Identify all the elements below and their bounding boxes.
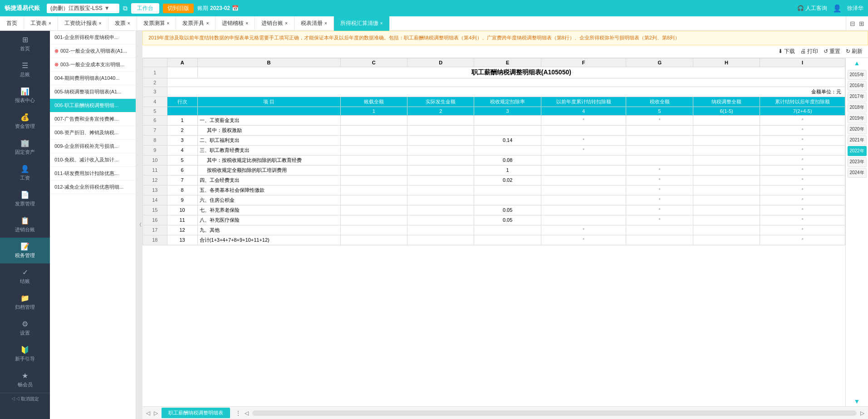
left-panel-item-008[interactable]: 008-资产折旧、摊销及纳税... bbox=[50, 126, 136, 140]
tab-invoice[interactable]: 发票 × bbox=[108, 16, 137, 31]
year-btn-2015[interactable]: 2015年 bbox=[848, 70, 867, 80]
left-panel-item-012[interactable]: 012-减免企业所得税优惠明细... bbox=[50, 180, 136, 194]
left-panel-item-003[interactable]: ⊗ 003-一般企业成本支出明细... bbox=[50, 58, 136, 72]
close-tab-purchase-ledger-icon[interactable]: × bbox=[285, 21, 288, 26]
tab-payroll-stats[interactable]: 工资统计报表 × bbox=[58, 16, 108, 31]
sidebar-item-settings[interactable]: ⚙设置 bbox=[0, 315, 50, 341]
error-icon-002: ⊗ bbox=[54, 48, 59, 54]
left-panel-item-005[interactable]: 005-纳税调整项目明细表(A1... bbox=[50, 85, 136, 99]
company-selector[interactable]: (勿删）江西股宝-LSS ▼ bbox=[47, 4, 119, 13]
cut-old-button[interactable]: 切到旧版 bbox=[163, 4, 194, 13]
left-panel-item-002[interactable]: ⊗ 002-一般企业收入明细表(A1... bbox=[50, 44, 136, 58]
payroll-icon: 👤 bbox=[20, 165, 29, 173]
restore-icon[interactable]: ⊟ bbox=[850, 20, 855, 27]
item-001-label: 001-企业所得税年度纳税申... bbox=[54, 34, 118, 41]
scroll-left-icon[interactable]: ◁ bbox=[245, 410, 249, 416]
close-tab-purchase-check-icon[interactable]: × bbox=[245, 21, 248, 26]
sidebar-item-ledger[interactable]: ☰总账 bbox=[0, 57, 50, 83]
sidebar-item-assets[interactable]: 🏢固定资产 bbox=[0, 134, 50, 160]
tab-payroll[interactable]: 工资表 × bbox=[24, 16, 58, 31]
sidebar-item-report[interactable]: 📊报表中心 bbox=[0, 83, 50, 108]
left-panel-item-011[interactable]: 011-研发费用加计扣除优惠... bbox=[50, 167, 136, 180]
tab-purchase-ledger[interactable]: 进销台账 × bbox=[255, 16, 294, 31]
close-tab-payroll-icon[interactable]: × bbox=[49, 21, 51, 26]
table-row: 12 7 四、工会经费支出 0.02 * * bbox=[143, 175, 845, 185]
row-1-A bbox=[167, 67, 197, 78]
year-btn-2022[interactable]: 2022年 bbox=[848, 146, 867, 156]
item-011-label: 011-研发费用加计扣除优惠... bbox=[54, 170, 118, 177]
tab-purchase-check[interactable]: 进销稽核 × bbox=[216, 16, 255, 31]
header-shuishou: 税收规定扣除率 bbox=[474, 97, 541, 107]
sheet-main[interactable]: A B C D E F G H I bbox=[142, 58, 845, 406]
close-tab-invoice-calc-icon[interactable]: × bbox=[167, 21, 170, 26]
tab-invoice-open[interactable]: 发票开具 × bbox=[176, 16, 216, 31]
sidebar-item-payroll[interactable]: 👤工资 bbox=[0, 160, 50, 186]
sidebar-item-member[interactable]: ★畅会员 bbox=[0, 367, 50, 393]
table-row: 16 11 八、补充医疗保险 0.05 * * bbox=[143, 215, 845, 225]
close-tab-tax-clear-icon[interactable]: × bbox=[324, 21, 327, 26]
year-down-arrow[interactable]: ▼ bbox=[853, 396, 862, 406]
hscroll-bar[interactable] bbox=[252, 410, 857, 416]
sidebar-item-settlement[interactable]: ✓结账 bbox=[0, 263, 50, 289]
tab-income-tax[interactable]: 所得税汇算清缴 × bbox=[334, 16, 390, 31]
workspace-button[interactable]: 工作台 bbox=[131, 3, 159, 14]
collapse-panel-btn[interactable]: 《 bbox=[136, 31, 142, 419]
sidebar-bottom-btn[interactable]: ◁◁ 取消固定 bbox=[0, 393, 50, 405]
service-btn[interactable]: 🎧 人工客询 bbox=[797, 5, 827, 12]
sidebar-item-tax[interactable]: 📝税务管理 bbox=[0, 238, 50, 263]
user-name[interactable]: 徐泽华 bbox=[847, 5, 863, 12]
sheet-options-icon[interactable]: ⋮ bbox=[235, 410, 241, 416]
year-btn-2019[interactable]: 2019年 bbox=[848, 113, 867, 123]
year-btn-2020[interactable]: 2020年 bbox=[848, 124, 867, 134]
year-btn-2023[interactable]: 2023年 bbox=[848, 157, 867, 167]
year-btn-2021[interactable]: 2021年 bbox=[848, 135, 867, 145]
close-tab-income-tax-icon[interactable]: × bbox=[380, 21, 383, 26]
close-tab-invoice-open-icon[interactable]: × bbox=[206, 21, 209, 26]
col-B-header: B bbox=[197, 58, 340, 67]
sidebar-item-purchase[interactable]: 📋进销台账 bbox=[0, 212, 50, 238]
capital-icon: 💰 bbox=[20, 113, 29, 122]
left-panel-item-007[interactable]: 007-广告费和业务宣传费摊... bbox=[50, 112, 136, 126]
archive-icon: 📁 bbox=[20, 294, 29, 302]
left-panel-item-006[interactable]: 006-职工薪酬纳税调整明细... bbox=[50, 99, 136, 112]
year-btn-2024[interactable]: 2024年 bbox=[848, 168, 867, 178]
header-leiji: 累计结转以后年度扣除额 bbox=[760, 97, 845, 107]
sidebar-item-guide[interactable]: 🔰新手引导 bbox=[0, 341, 50, 367]
sheet-tab-active[interactable]: 职工薪酬纳税调整明细表 bbox=[162, 408, 230, 418]
sub-A bbox=[167, 107, 197, 115]
print-button[interactable]: 🖨 打印 bbox=[800, 48, 818, 55]
sidebar-item-invoice[interactable]: 📄发票管理 bbox=[0, 186, 50, 212]
left-panel-item-010[interactable]: 010-免税、减计收入及加计... bbox=[50, 153, 136, 167]
year-btn-2017[interactable]: 2017年 bbox=[848, 92, 867, 102]
scroll-right-icon[interactable]: ▷ bbox=[860, 410, 864, 416]
row-2-num: 2 bbox=[143, 78, 167, 87]
expand-icon[interactable]: ⊞ bbox=[859, 20, 864, 27]
spreadsheet-table: A B C D E F G H I bbox=[142, 58, 845, 245]
refresh-button[interactable]: ↻ 刷新 bbox=[846, 48, 863, 55]
download-button[interactable]: ⬇ 下载 bbox=[778, 48, 795, 55]
prev-sheet-icon[interactable]: ◁ bbox=[146, 410, 150, 416]
calendar-icon[interactable]: 📅 bbox=[232, 5, 239, 11]
sidebar-item-archive[interactable]: 📁归档管理 bbox=[0, 289, 50, 315]
next-sheet-icon[interactable]: ▷ bbox=[154, 410, 158, 416]
header-hangci: 行次 bbox=[167, 97, 197, 107]
guide-icon: 🔰 bbox=[20, 346, 29, 354]
left-panel-item-004[interactable]: 004-期间费用明细表(A1040... bbox=[50, 72, 136, 85]
reset-button[interactable]: ↺ 重置 bbox=[824, 48, 840, 55]
header-shuishou2: 税收全额 bbox=[626, 97, 693, 107]
sidebar-item-home[interactable]: ⊞首页 bbox=[0, 31, 50, 57]
left-panel-item-009[interactable]: 009-企业所得税补充亏损填... bbox=[50, 140, 136, 153]
tab-home[interactable]: 首页 bbox=[0, 16, 24, 31]
sidebar-item-capital[interactable]: 💰资金管理 bbox=[0, 108, 50, 134]
close-tab-invoice-icon[interactable]: × bbox=[128, 21, 130, 26]
tab-invoice-calc[interactable]: 发票测算 × bbox=[137, 16, 177, 31]
year-btn-2016[interactable]: 2016年 bbox=[848, 81, 867, 91]
close-tab-payroll-stats-icon[interactable]: × bbox=[99, 21, 102, 26]
tab-tax-clear[interactable]: 税表清册 × bbox=[294, 16, 334, 31]
col-G-header: G bbox=[626, 58, 693, 67]
table-row: 10 5 其中：按税收规定比例扣除的职工教育经费 0.08 * bbox=[143, 155, 845, 165]
year-up-arrow[interactable]: ▲ bbox=[853, 58, 862, 68]
year-btn-2018[interactable]: 2018年 bbox=[848, 102, 867, 112]
left-panel-item-001[interactable]: 001-企业所得税年度纳税申... bbox=[50, 31, 136, 44]
copy-icon[interactable]: ⧉ bbox=[123, 5, 128, 12]
